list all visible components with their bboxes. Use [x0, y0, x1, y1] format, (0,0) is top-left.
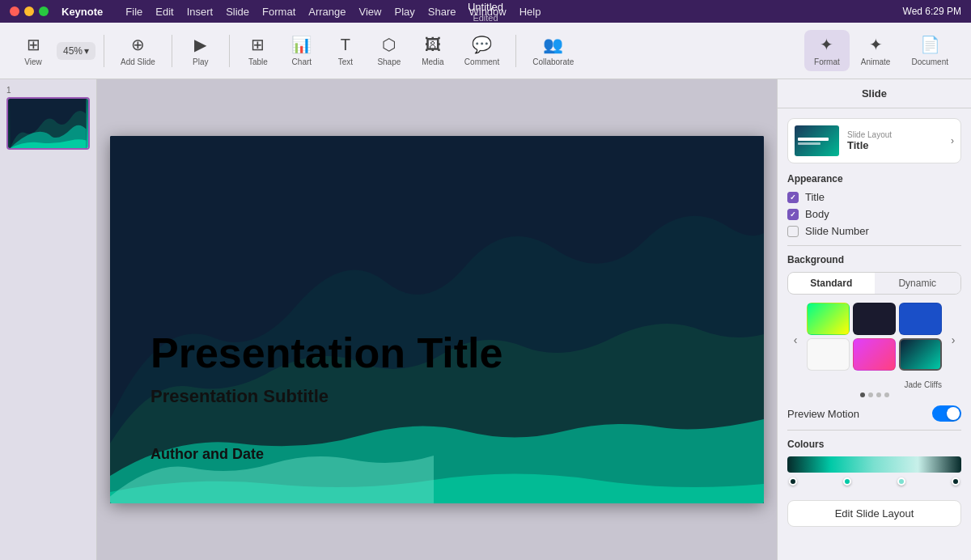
menu-play[interactable]: Play	[394, 6, 414, 18]
play-icon: ▶	[194, 35, 206, 54]
separator-2	[172, 35, 172, 67]
menu-insert[interactable]: Insert	[187, 6, 214, 18]
swatch-white[interactable]	[807, 338, 850, 371]
slide-layout-row[interactable]: Slide Layout Title ›	[787, 118, 961, 163]
collaborate-icon: 👥	[543, 35, 563, 54]
document-title[interactable]: Untitled	[468, 1, 503, 13]
carousel-dots	[787, 392, 961, 397]
background-toggle: Standard Dynamic	[787, 272, 961, 295]
chart-button[interactable]: 📊 Chart	[282, 30, 322, 71]
preview-motion-label: Preview Motion	[787, 408, 859, 420]
add-slide-label: Add Slide	[121, 57, 155, 66]
slide-title[interactable]: Presentation Title	[151, 330, 723, 376]
gradient-stop-4[interactable]	[952, 477, 960, 486]
comment-label: Comment	[464, 57, 499, 66]
comment-button[interactable]: 💬 Comment	[456, 30, 507, 71]
zoom-value: 45%	[63, 45, 83, 57]
table-button[interactable]: ⊞ Table	[238, 30, 278, 71]
layout-thumb-subtitle-line	[798, 142, 820, 145]
preview-motion-toggle[interactable]	[932, 405, 961, 422]
zoom-control[interactable]: 45% ▾	[57, 42, 95, 60]
gradient-stops	[787, 477, 961, 486]
media-icon: 🖼	[425, 36, 441, 54]
dot-4	[884, 392, 889, 397]
colours-section-title: Colours	[787, 439, 961, 450]
slide-number-checkbox[interactable]	[787, 226, 799, 237]
edit-slide-layout-button[interactable]: Edit Slide Layout	[787, 500, 961, 527]
menu-arrange[interactable]: Arrange	[308, 6, 346, 18]
swatch-blue[interactable]	[899, 303, 942, 335]
canvas-area[interactable]: Presentation Title Presentation Subtitle…	[97, 79, 777, 560]
menu-view[interactable]: View	[359, 6, 382, 18]
document-panel-button[interactable]: 📄 Document	[901, 30, 958, 71]
format-panel-button[interactable]: ✦ Format	[804, 30, 850, 71]
body-checkbox[interactable]	[787, 209, 799, 220]
layout-label: Slide Layout	[847, 130, 943, 139]
swatch-dark[interactable]	[853, 303, 896, 335]
swatch-gradient[interactable]	[807, 303, 850, 335]
traffic-lights	[10, 6, 49, 16]
layout-thumb-title-line	[798, 138, 829, 141]
shape-label: Shape	[377, 57, 401, 66]
bg-standard-button[interactable]: Standard	[788, 273, 875, 294]
animate-icon: ✦	[869, 35, 883, 54]
menu-format[interactable]: Format	[262, 6, 295, 18]
minimize-button[interactable]	[24, 6, 34, 16]
bg-dynamic-button[interactable]: Dynamic	[875, 273, 961, 294]
menu-help[interactable]: Help	[519, 6, 541, 18]
text-label: Text	[338, 57, 353, 66]
app-name: Keynote	[61, 6, 103, 18]
body-checkbox-label: Body	[805, 208, 829, 220]
add-slide-button[interactable]: ⊕ Add Slide	[112, 30, 163, 71]
color-swatch-grid: Jade Cliffs	[807, 303, 942, 371]
preview-motion-row: Preview Motion	[787, 405, 961, 422]
right-panel: Slide Slide Layout Title › Appearance Ti…	[777, 79, 971, 560]
layout-chevron-icon[interactable]: ›	[951, 135, 954, 146]
dot-2	[868, 392, 873, 397]
background-section-title: Background	[787, 254, 961, 265]
system-time: Wed 6:29 PM	[903, 6, 961, 17]
separator-3	[229, 35, 230, 67]
play-label: Play	[193, 57, 208, 66]
menu-edit[interactable]: Edit	[155, 6, 173, 18]
carousel-prev-arrow[interactable]: ‹	[787, 332, 804, 348]
document-label: Document	[911, 57, 948, 66]
slide-subtitle[interactable]: Presentation Subtitle	[151, 386, 723, 407]
slide-canvas[interactable]: Presentation Title Presentation Subtitle…	[110, 136, 764, 503]
play-button[interactable]: ▶ Play	[180, 30, 221, 71]
chart-icon: 📊	[291, 35, 312, 54]
swatch-jade[interactable]: Jade Cliffs	[899, 338, 942, 371]
layout-thumbnail	[795, 125, 839, 156]
menu-file[interactable]: File	[125, 6, 142, 18]
media-button[interactable]: 🖼 Media	[413, 31, 453, 71]
swatch-pink[interactable]	[853, 338, 896, 371]
main-layout: 1	[0, 79, 971, 560]
document-title-area: Untitled Edited	[468, 1, 503, 23]
colours-gradient-bar[interactable]	[787, 456, 961, 473]
shape-button[interactable]: ⬡ Shape	[369, 30, 409, 71]
colours-section: Colours	[787, 439, 961, 486]
gradient-stop-1[interactable]	[789, 477, 797, 486]
slide-thumbnail-1[interactable]: 1	[6, 86, 90, 150]
view-button[interactable]: ⊞ View	[13, 30, 53, 71]
collaborate-button[interactable]: 👥 Collaborate	[524, 30, 582, 71]
collaborate-label: Collaborate	[532, 57, 574, 66]
menu-slide[interactable]: Slide	[226, 6, 249, 18]
carousel-next-arrow[interactable]: ›	[945, 332, 961, 348]
gradient-stop-3[interactable]	[897, 477, 905, 486]
carousel-row: ‹ Jade Cliffs ›	[787, 303, 961, 377]
title-checkbox-label: Title	[805, 191, 825, 203]
maximize-button[interactable]	[39, 6, 49, 16]
animate-panel-button[interactable]: ✦ Animate	[851, 30, 901, 71]
menu-share[interactable]: Share	[428, 6, 456, 18]
title-checkbox[interactable]	[787, 192, 799, 203]
text-button[interactable]: T Text	[325, 31, 366, 71]
slide-author[interactable]: Author and Date	[151, 446, 723, 471]
divider-2	[787, 430, 961, 431]
view-label: View	[24, 57, 42, 66]
comment-icon: 💬	[472, 35, 492, 54]
layout-info: Slide Layout Title	[847, 130, 943, 151]
close-button[interactable]	[10, 6, 19, 16]
gradient-stop-2[interactable]	[843, 477, 851, 486]
right-panel-content: Slide Layout Title › Appearance Title Bo…	[778, 108, 971, 560]
